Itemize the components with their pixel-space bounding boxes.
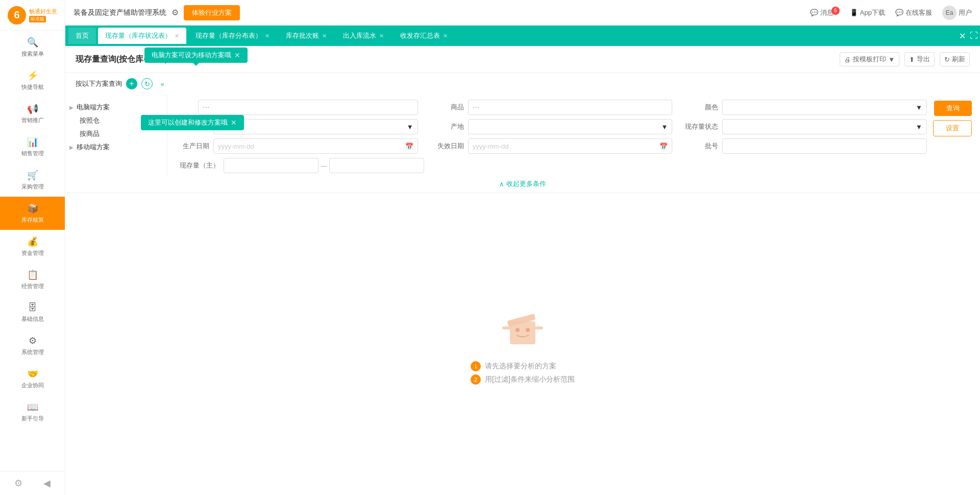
clipboard-icon: 📋 bbox=[27, 269, 38, 280]
sidebar-item-system[interactable]: ⚙ 系统管理 bbox=[0, 329, 65, 362]
search-icon: 🔍 bbox=[27, 37, 38, 48]
stock-status-select[interactable]: ▼ bbox=[722, 119, 927, 134]
svg-rect-4 bbox=[502, 326, 510, 329]
origin-select[interactable]: ▼ bbox=[468, 119, 673, 134]
close-all-tabs-icon[interactable]: ✕ bbox=[959, 31, 966, 41]
system-title: 装备及固定资产辅助管理系统 bbox=[74, 8, 166, 17]
filter-form-panel: ··· 商品 ··· 颜色 bbox=[167, 95, 933, 175]
reset-button[interactable]: 设置 bbox=[933, 120, 972, 136]
stock-qty-range: — bbox=[224, 158, 424, 173]
sidebar-item-base[interactable]: 🗄 基础信息 bbox=[0, 296, 65, 329]
money-icon: 💰 bbox=[27, 236, 38, 247]
sidebar-item-finance[interactable]: 💰 资金管理 bbox=[0, 230, 65, 263]
refresh-scheme-button[interactable]: ↻ bbox=[141, 78, 153, 89]
online-service-button[interactable]: 💬 在线客服 bbox=[895, 8, 932, 17]
tab-inventory-dist[interactable]: 现存量（库存分布表） ✕ bbox=[188, 28, 277, 44]
tab-inventory-status[interactable]: 现存量（库存状况表） ✕ bbox=[98, 28, 186, 44]
filter-field-product: 商品 ··· bbox=[428, 100, 673, 115]
sidebar-item-enterprise[interactable]: 🤝 企业协同 bbox=[0, 362, 65, 395]
expiry-date-input[interactable]: yyyy-mm-dd 📅 bbox=[468, 138, 673, 154]
export-button[interactable]: ⬆ 导出 bbox=[904, 52, 935, 66]
user-menu[interactable]: Ea 用户 bbox=[942, 6, 972, 20]
warehouse-select[interactable]: ··· bbox=[198, 100, 418, 115]
back-button[interactable]: « bbox=[157, 78, 168, 89]
sidebar-item-search[interactable]: 🔍 搜索菜单 bbox=[0, 31, 65, 64]
tab-close-collect[interactable]: ✕ bbox=[443, 33, 448, 39]
mobile-scheme-item[interactable]: ▶ 移动端方案 bbox=[65, 140, 167, 154]
topbar-settings-icon[interactable]: ⚙ bbox=[172, 8, 179, 17]
sidebar-item-purchase[interactable]: 🛒 采购管理 bbox=[0, 163, 65, 197]
empty-illustration bbox=[497, 301, 548, 352]
tab-close-inventory-dist[interactable]: ✕ bbox=[265, 33, 270, 39]
step-num-2: 2 bbox=[471, 374, 481, 385]
filter-field-stock-status: 现存量状态 ▼ bbox=[682, 119, 927, 134]
print-button[interactable]: 🖨 按模板打印 ▼ bbox=[840, 52, 899, 66]
stock-qty-min[interactable] bbox=[224, 158, 318, 173]
tab-close-inventory-status[interactable]: ✕ bbox=[175, 33, 179, 39]
batch-input[interactable] bbox=[722, 138, 927, 154]
tab-close-batch[interactable]: ✕ bbox=[322, 33, 327, 39]
cart-icon: 🛒 bbox=[27, 170, 38, 181]
database-icon: 🗄 bbox=[28, 302, 37, 313]
scheme-panel: 这里可以创建和修改方案哦 ✕ ▶ 电脑端方案 按照仓 bbox=[65, 95, 167, 175]
filter-field-color: 颜色 ▼ bbox=[682, 100, 927, 115]
chevron-down-icon-origin: ▼ bbox=[661, 123, 668, 131]
tabbar: 首页 现存量（库存状况表） ✕ 现存量（库存分布表） ✕ 库存批次账 ✕ 出入库… bbox=[65, 26, 980, 46]
sidebar-item-sales[interactable]: 📊 销售管理 bbox=[0, 130, 65, 163]
search-button[interactable]: 查询 bbox=[934, 101, 972, 116]
sidebar-item-management[interactable]: 📋 经营管理 bbox=[0, 263, 65, 296]
dropdown-icon: ▼ bbox=[888, 56, 895, 63]
tab-close-inout[interactable]: ✕ bbox=[379, 33, 384, 39]
tooltip-scheme-edit: 这里可以创建和修改方案哦 ✕ bbox=[141, 115, 244, 130]
topbar: 装备及固定资产辅助管理系统 ⚙ 体验行业方案 💬 消息 6 📱 App下载 💬 … bbox=[65, 0, 980, 26]
refresh-button[interactable]: ↻ 刷新 bbox=[940, 52, 970, 66]
empty-steps: 1 请先选择要分析的方案 2 用[过滤]条件来缩小分析范围 bbox=[471, 358, 575, 388]
megaphone-icon: 📢 bbox=[27, 103, 38, 114]
calendar-icon: 📅 bbox=[405, 143, 413, 150]
sidebar-nav: 🔍 搜索菜单 ⚡ 快捷导航 📢 营销推广 📊 销售管理 🛒 采购管理 📦 库存核… bbox=[0, 31, 65, 471]
filter-main-section: 这里可以创建和修改方案哦 ✕ ▶ 电脑端方案 按照仓 bbox=[65, 95, 980, 175]
sidebar-item-marketing[interactable]: 📢 营销推广 bbox=[0, 97, 65, 130]
handshake-icon: 🤝 bbox=[27, 368, 38, 380]
stock-qty-max[interactable] bbox=[329, 158, 424, 173]
tab-batch[interactable]: 库存批次账 ✕ bbox=[279, 28, 334, 44]
arrow-icon-mobile: ▶ bbox=[69, 145, 74, 150]
gear-icon: ⚙ bbox=[29, 335, 37, 346]
production-date-input[interactable]: yyyy-mm-dd 📅 bbox=[213, 138, 418, 154]
trial-button[interactable]: 体验行业方案 bbox=[184, 5, 240, 20]
tab-inout[interactable]: 出入库流水 ✕ bbox=[336, 28, 391, 44]
svg-point-2 bbox=[516, 328, 520, 332]
add-scheme-button[interactable]: + bbox=[126, 78, 137, 89]
size-select[interactable]: ▼ bbox=[213, 119, 418, 134]
expand-icon[interactable]: ⛶ bbox=[970, 31, 978, 41]
service-icon: 💬 bbox=[895, 9, 903, 16]
logo-icon: 6 bbox=[8, 6, 26, 25]
settings-footer-icon[interactable]: ⚙ bbox=[14, 478, 22, 489]
sidebar-item-inventory[interactable]: 📦 库存核算 bbox=[0, 197, 65, 230]
logo: 6 畅通好生意 标准版 bbox=[0, 0, 65, 31]
collapse-button[interactable]: ∧ 收起更多条件 bbox=[65, 175, 980, 193]
tooltip1-close[interactable]: ✕ bbox=[234, 51, 240, 59]
filter-field-batch: 批号 bbox=[682, 138, 927, 154]
color-select[interactable]: ▼ bbox=[722, 100, 927, 115]
product-select[interactable]: ··· bbox=[468, 100, 673, 115]
app-download-button[interactable]: 📱 App下载 bbox=[850, 8, 885, 17]
pc-scheme-item[interactable]: ▶ 电脑端方案 bbox=[65, 101, 167, 114]
svg-rect-5 bbox=[535, 326, 543, 329]
tooltip2-close[interactable]: ✕ bbox=[231, 119, 237, 127]
dots-icon: ··· bbox=[203, 103, 209, 112]
filter-header: 按以下方案查询 + ↻ « 电脑方案可设为移动方案哦 ✕ bbox=[65, 73, 980, 89]
chevron-down-icon-size: ▼ bbox=[407, 123, 413, 131]
box-icon: 📦 bbox=[27, 203, 38, 214]
tab-home[interactable]: 首页 bbox=[68, 28, 96, 44]
filter-field-expiry-date: 失效日期 yyyy-mm-dd 📅 bbox=[428, 138, 673, 154]
filter-field-origin: 产地 ▼ bbox=[428, 119, 673, 134]
filter-row-2: 尺码 ▼ 产地 ▼ bbox=[174, 117, 927, 136]
collapse-sidebar-icon[interactable]: ◀ bbox=[43, 478, 51, 489]
sidebar-item-guide[interactable]: 📖 新手引导 bbox=[0, 395, 65, 429]
sidebar-item-quick[interactable]: ⚡ 快捷导航 bbox=[0, 64, 65, 97]
message-button[interactable]: 💬 消息 6 bbox=[810, 8, 840, 17]
range-dash: — bbox=[321, 162, 327, 170]
tab-collect[interactable]: 收发存汇总表 ✕ bbox=[393, 28, 455, 44]
page-actions: 🖨 按模板打印 ▼ ⬆ 导出 ↻ 刷新 bbox=[840, 52, 970, 66]
